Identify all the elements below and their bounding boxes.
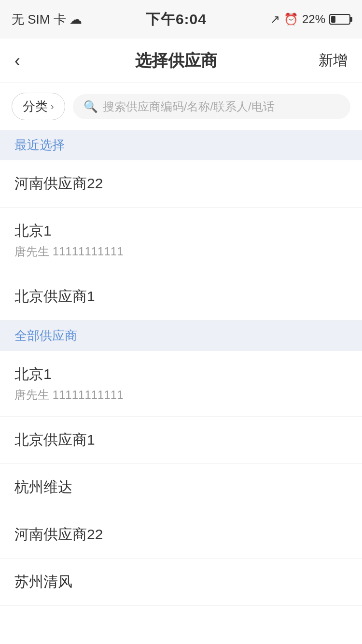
item-name: 杭州维达 — [14, 477, 348, 497]
add-button[interactable]: 新增 — [309, 51, 348, 70]
recent-list-item[interactable]: 北京供应商1 — [0, 273, 362, 321]
status-bar: 无 SIM 卡 ☁ 下午6:04 ↗ ⏰ 22% — [0, 0, 362, 39]
status-left: 无 SIM 卡 ☁ — [12, 11, 82, 28]
no-sim-label: 无 SIM 卡 ☁ — [12, 11, 82, 28]
item-name: 北京1 — [14, 221, 348, 241]
recent-list-item[interactable]: 北京1唐先生 11111111111 — [0, 208, 362, 273]
all-list-item[interactable]: 杭州维达 — [0, 464, 362, 511]
alarm-icon: ⏰ — [284, 13, 298, 26]
all-list-item[interactable]: 北京供应商1 — [0, 417, 362, 464]
recent-list-item[interactable]: 河南供应商22 — [0, 160, 362, 208]
battery-label: 22% — [302, 13, 325, 26]
recent-section-header: 最近选择 — [0, 130, 362, 160]
item-name: 北京供应商1 — [14, 430, 348, 450]
item-name: 苏州清风 — [14, 572, 348, 592]
all-list-item[interactable]: 河南供应商22 — [0, 511, 362, 559]
all-list-item[interactable]: 北京1唐先生 11111111111 — [0, 351, 362, 417]
back-button[interactable]: ‹ — [14, 51, 43, 71]
nav-bar: ‹ 选择供应商 新增 — [0, 39, 362, 83]
search-box[interactable]: 🔍 搜索供应商编码/名称/联系人/电话 — [73, 94, 350, 119]
category-label: 分类 — [23, 98, 48, 115]
search-icon: 🔍 — [84, 100, 98, 113]
search-placeholder-text: 搜索供应商编码/名称/联系人/电话 — [103, 99, 275, 114]
item-sub: 唐先生 11111111111 — [14, 387, 348, 403]
battery-icon — [329, 14, 350, 25]
item-name: 河南供应商22 — [14, 525, 348, 545]
item-name: 北京供应商1 — [14, 287, 348, 307]
item-sub: 唐先生 11111111111 — [14, 244, 348, 259]
chevron-icon: › — [51, 101, 54, 112]
all-list-item[interactable]: 苏州清风 — [0, 559, 362, 606]
item-name: 北京1 — [14, 364, 348, 384]
all-section-header: 全部供应商 — [0, 321, 362, 351]
page-title: 选择供应商 — [135, 50, 217, 72]
status-time: 下午6:04 — [146, 10, 207, 29]
search-area: 分类 › 🔍 搜索供应商编码/名称/联系人/电话 — [0, 83, 362, 130]
location-icon: ↗ — [270, 13, 280, 26]
recent-list: 河南供应商22北京1唐先生 11111111111北京供应商1 — [0, 160, 362, 321]
status-right: ↗ ⏰ 22% — [270, 13, 350, 26]
all-list: 北京1唐先生 11111111111北京供应商1杭州维达河南供应商22苏州清风 — [0, 351, 362, 606]
item-name: 河南供应商22 — [14, 174, 348, 194]
category-filter-button[interactable]: 分类 › — [12, 93, 65, 120]
